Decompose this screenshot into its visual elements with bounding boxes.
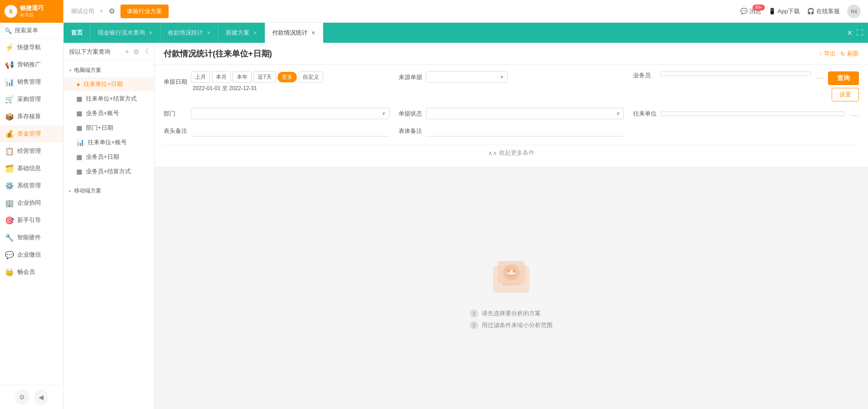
message-button[interactable]: 💬 消息 99+ [740,7,761,15]
sidebar-item-operation[interactable]: 📋经营管理 [0,142,63,160]
user-avatar[interactable]: Rit [847,5,861,18]
date-range: 2022-01-01 至 2022-12-31 [193,85,323,92]
source-select-arrow: ▾ [500,74,504,81]
scheme-item-unit-date[interactable]: ●往来单位+日期 [64,77,154,91]
unit-filter-cell: 往来单位 … [633,109,859,118]
scheme-group-title-desktop[interactable]: ▾电脑端方案 [64,64,154,77]
try-industry-button[interactable]: 体验行业方案 [120,5,169,18]
scheme-panel-header: 按以下方案查询 ＋ ⚙ 《 [64,43,154,61]
refresh-button[interactable]: ↻ 刷新 [840,50,859,58]
export-button[interactable]: ↑ 导出 [819,50,836,58]
sidebar-item-guide[interactable]: 🎯新手引导 [0,212,63,229]
tabbar: 首页现金银行流水查询✕收款情况统计✕新建方案✕付款情况统计✕ ✕ ⛶ [64,23,868,43]
tip-num-1: 1 [470,309,478,318]
close-tab-payment-stats[interactable]: ✕ [311,30,315,36]
docstatus-select[interactable]: ▾ [426,108,624,119]
staff-select[interactable] [660,71,811,76]
sidebar-item-system[interactable]: ⚙️系统管理 [0,177,63,194]
sidebar-item-hardware[interactable]: 🔧智能硬件 [0,229,63,246]
body-note-cell: 表体备注 [399,126,624,136]
scheme-item-staff-date[interactable]: ▦业务员+日期 [64,150,154,164]
date-btn-本月[interactable]: 本月 [212,71,231,83]
date-btn-上月[interactable]: 上月 [191,71,210,83]
operation-icon: 📋 [5,147,14,155]
scheme-item-dept-date[interactable]: ▦部门+日期 [64,121,154,135]
page-title: 付款情况统计(往来单位+日期) [164,48,272,59]
header-note-cell: 表头备注 [164,126,389,136]
basic-icon: 🗂️ [5,164,14,172]
sidebar-item-enterprise[interactable]: 🏢企业协同 [0,194,63,212]
collapse-filter-button[interactable]: ∧∧ 收起更多条件 [164,145,859,161]
app-icon: 📱 [768,8,776,15]
empty-tip-2: 2 用过滤条件来缩小分析范围 [470,321,553,329]
quick-nav-icon: ⚡ [5,43,14,51]
date-btn-更多[interactable]: 更多 [278,72,297,82]
sidebar-item-basic[interactable]: 🗂️基础信息 [0,160,63,177]
date-label: 单据日期 [164,78,187,86]
collapse-panel-icon[interactable]: 《 [142,47,149,56]
close-all-icon[interactable]: ✕ [847,29,853,37]
scheme-panel: 按以下方案查询 ＋ ⚙ 《 ▾电脑端方案●往来单位+日期▦往来单位+结算方式▦业… [64,43,155,409]
unit-more-icon[interactable]: … [851,109,859,118]
source-label: 来源单据 [399,73,422,81]
hardware-icon: 🔧 [5,233,14,242]
wechat-icon: 💬 [5,251,14,259]
sidebar-item-inventory[interactable]: 📦库存核算 [0,108,63,125]
edit-scheme-icon[interactable]: ⚙ [133,48,139,56]
search-menu[interactable]: 🔍 搜索菜单 [0,23,63,39]
staff-filter-cell: 业务员 … 查询 设置 [633,71,859,101]
close-tab-receipt-stats[interactable]: ✕ [207,30,211,36]
scheme-group-title-mobile[interactable]: ▸移动端方案 [64,184,154,197]
scheme-item-unit-account[interactable]: 📊往来单位+账号 [64,135,154,150]
sidebar-item-purchase[interactable]: 🛒采购管理 [0,91,63,108]
scheme-item-staff-settle[interactable]: ▦业务员+结算方式 [64,164,154,179]
topbar-settings-icon[interactable]: ⚙ [109,7,115,15]
tip-num-2: 2 [470,321,478,329]
staff-more-icon[interactable]: … [816,71,824,81]
body-note-input[interactable] [426,126,624,136]
sidebar-item-quick-nav[interactable]: ⚡快捷导航 [0,39,63,56]
add-scheme-icon[interactable]: ＋ [124,47,130,56]
close-tab-new-scheme[interactable]: ✕ [253,30,257,36]
sidebar-item-wechat[interactable]: 💬企业微信 [0,246,63,263]
dept-filter-cell: 部门 ▾ [164,108,389,119]
tab-receipt-stats[interactable]: 收款情况统计✕ [160,23,219,43]
collapse-sidebar-button[interactable]: ◀ [34,390,49,404]
source-select[interactable]: ▾ [426,71,508,83]
marketing-icon: 📢 [5,61,14,69]
svg-point-3 [507,270,510,273]
header-note-input[interactable] [191,126,389,136]
sales-icon: 📊 [5,78,14,86]
tab-new-scheme[interactable]: 新建方案✕ [219,23,265,43]
inventory-icon: 📦 [5,112,14,121]
company-arrow-icon: ▾ [100,8,103,15]
unit-select[interactable] [660,111,845,116]
settings-button[interactable]: ⚙ [15,390,30,404]
maximize-icon[interactable]: ⛶ [856,29,863,37]
close-tab-bank-flow[interactable]: ✕ [149,30,153,36]
date-btn-自定义[interactable]: 自定义 [299,71,323,83]
filter-settings-button[interactable]: 设置 [832,88,859,101]
guide-icon: 🎯 [5,216,14,224]
app-download-button[interactable]: 📱 App下载 [768,7,800,15]
sidebar-item-member[interactable]: 👑畅会员 [0,263,63,281]
sidebar-item-sales[interactable]: 📊销售管理 [0,73,63,91]
date-btn-近7天[interactable]: 近7天 [254,71,276,83]
tabbar-right: ✕ ⛶ [842,23,868,43]
sidebar-item-marketing[interactable]: 📢营销推广 [0,56,63,73]
filter-area: 单据日期 上月本月本年近7天更多自定义 2022-01-01 至 2022-12… [155,65,868,167]
dept-select[interactable]: ▾ [191,108,389,119]
online-service-button[interactable]: 🎧 在线客服 [807,7,840,15]
tab-payment-stats[interactable]: 付款情况统计✕ [265,23,323,43]
scheme-item-staff-account[interactable]: ▦业务员+账号 [64,106,154,121]
sidebar-item-capital[interactable]: 💰资金管理 [0,125,63,142]
collapse-icon: ∧∧ [488,150,497,157]
date-btn-本年[interactable]: 本年 [233,71,252,83]
scheme-item-unit-settle[interactable]: ▦往来单位+结算方式 [64,91,154,106]
query-button[interactable]: 查询 [828,71,859,85]
page-header-buttons: ↑ 导出 ↻ 刷新 [819,50,859,58]
tab-bank-flow[interactable]: 现金银行流水查询✕ [90,23,160,43]
refresh-icon: ↻ [840,50,845,57]
docstatus-filter-cell: 单据状态 ▾ [399,108,624,119]
tab-home[interactable]: 首页 [64,23,90,43]
